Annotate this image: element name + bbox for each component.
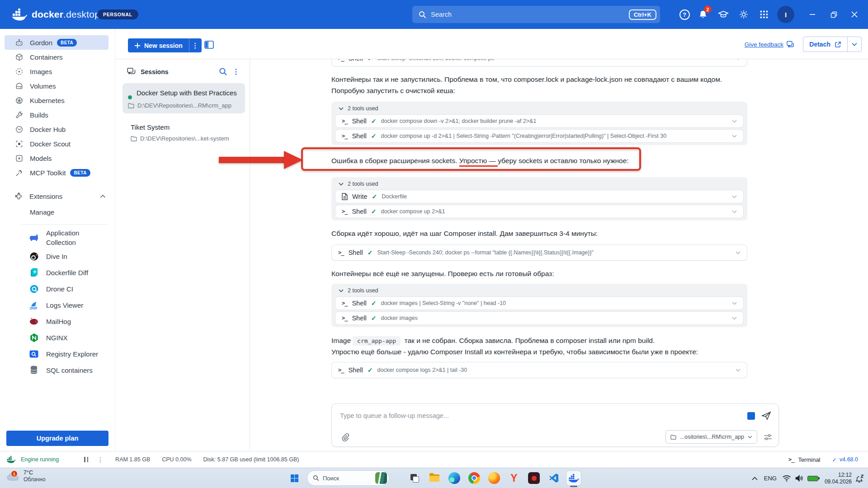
- sidebar-item-builds[interactable]: Builds: [0, 108, 115, 122]
- tool-row-shell[interactable]: >_ Shell ✓ docker compose down -v 2>&1; …: [335, 114, 744, 128]
- chrome-button[interactable]: [467, 471, 481, 485]
- tool-row-shell[interactable]: >_ Shell ✓ Start-Sleep -Seconds 240; doc…: [331, 244, 747, 261]
- taskbar-search[interactable]: Поиск: [307, 470, 389, 486]
- session-path: D:\DEV\Repositories\...RM\crm_app: [137, 102, 231, 109]
- sidebar-item-images[interactable]: Images: [0, 64, 115, 79]
- start-button[interactable]: [287, 471, 302, 485]
- new-session-button[interactable]: New session ⋮: [128, 38, 202, 52]
- version-status[interactable]: ✓ v4.68.0: [832, 456, 859, 463]
- sidebar-item-dive-in[interactable]: Dive In: [0, 248, 115, 264]
- sidebar-item-gordon[interactable]: Gordon BETA: [5, 35, 108, 50]
- sidebar-item-mcp-toolkit[interactable]: MCP Toolkit BETA: [0, 165, 115, 180]
- stop-button[interactable]: [747, 412, 755, 420]
- sidebar-item-volumes[interactable]: Volumes: [0, 79, 115, 93]
- sidebar-item-logs-viewer[interactable]: Logs Viewer: [0, 297, 115, 313]
- chevron-down-icon[interactable]: [732, 210, 737, 213]
- sessions-menu-icon[interactable]: ⋮: [232, 67, 240, 76]
- minimize-button[interactable]: [805, 0, 820, 29]
- tool-row-write[interactable]: Write ✓ Dockerfile: [335, 190, 744, 203]
- chevron-down-icon[interactable]: [736, 59, 741, 60]
- tool-row-shell[interactable]: >_ Shell ✓ docker compose up -d 2>&1 | S…: [335, 129, 744, 143]
- check-icon: ✓: [368, 59, 373, 62]
- global-search[interactable]: Search Ctrl+K: [412, 6, 660, 23]
- notification-center-button[interactable]: [855, 474, 864, 483]
- upgrade-plan-button[interactable]: Upgrade plan: [6, 431, 108, 446]
- chevron-down-icon[interactable]: [736, 251, 741, 254]
- apps-grid-button[interactable]: [756, 0, 772, 29]
- docker-desktop-taskbar-button[interactable]: [566, 471, 581, 485]
- sidebar-item-nginx[interactable]: NGINX: [0, 329, 115, 346]
- sidebar-item-registry-explorer[interactable]: Registry Explorer: [0, 346, 115, 362]
- battery-icon[interactable]: [807, 476, 818, 481]
- models-icon: [14, 154, 24, 163]
- collapse-panel-icon[interactable]: [204, 41, 214, 49]
- tool-row-shell[interactable]: >_ Shell ✓ docker compose logs 2>&1 | ta…: [331, 362, 747, 378]
- terminal-toggle[interactable]: >_ Terminal: [788, 456, 821, 463]
- chat-scroll[interactable]: >_ Shell ✓ Start-Sleep -Seconds 180; doc…: [331, 59, 747, 401]
- sidebar-item-models[interactable]: Models: [0, 151, 115, 165]
- volume-icon[interactable]: [795, 475, 804, 482]
- tray-expand-button[interactable]: [752, 477, 758, 480]
- sessions-search-icon[interactable]: [219, 67, 227, 76]
- scout-scan-icon: [14, 140, 24, 148]
- mailhog-icon: [29, 318, 39, 325]
- pause-engine-button[interactable]: [84, 457, 88, 462]
- sidebar-item-application-collection[interactable]: Application Collection: [0, 227, 115, 248]
- vscode-button[interactable]: [547, 471, 561, 485]
- send-button[interactable]: [761, 411, 771, 420]
- tool-row-shell[interactable]: >_ Shell ✓ docker compose up 2>&1: [335, 205, 744, 218]
- chevron-down-icon[interactable]: [732, 317, 737, 320]
- chevron-down-icon[interactable]: [732, 302, 737, 305]
- message-input[interactable]: [340, 412, 741, 419]
- edge-button[interactable]: [447, 471, 462, 485]
- sidebar-item-drone-ci[interactable]: Drone CI: [0, 281, 115, 297]
- sidebar-item-mailhog[interactable]: MailHog: [0, 313, 115, 329]
- help-button[interactable]: ?: [677, 0, 692, 29]
- wifi-icon[interactable]: [782, 475, 791, 482]
- chevron-down-icon[interactable]: [732, 195, 737, 198]
- sidebar-item-sql-containers[interactable]: SQL containers: [0, 362, 115, 378]
- yandex-browser-button[interactable]: Y: [507, 471, 521, 485]
- sidebar-item-kubernetes[interactable]: Kubernetes: [0, 93, 115, 108]
- sidebar-item-dockerfile-diff[interactable]: Dockerfile Diff: [0, 264, 115, 281]
- tools-used-toggle[interactable]: 2 tools used: [335, 179, 744, 188]
- language-indicator[interactable]: ENG: [764, 475, 777, 482]
- sidebar-item-docker-hub[interactable]: Docker Hub: [0, 122, 115, 136]
- composer-settings-button[interactable]: [764, 433, 772, 441]
- attach-file-button[interactable]: [341, 433, 349, 441]
- gordon-header: New session ⋮ Give feedback Detach: [115, 29, 868, 59]
- settings-button[interactable]: [736, 0, 751, 29]
- tray-clock[interactable]: 12:12 09.04.2026: [825, 472, 852, 485]
- tools-used-toggle[interactable]: 2 tools used: [335, 286, 744, 295]
- session-item-active[interactable]: Docker Setup with Best Practices D:\DEV\…: [123, 83, 245, 113]
- tool-row-shell[interactable]: >_ Shell ✓ docker images | Select-String…: [335, 296, 744, 310]
- avatar[interactable]: I: [777, 6, 794, 23]
- chevron-down-icon[interactable]: [736, 369, 741, 372]
- learning-center-button[interactable]: [716, 0, 731, 29]
- give-feedback-link[interactable]: Give feedback: [745, 41, 794, 48]
- sidebar-item-docker-scout[interactable]: Docker Scout: [0, 136, 115, 151]
- firefox-button[interactable]: [487, 471, 501, 485]
- chevron-down-icon[interactable]: [732, 120, 737, 123]
- new-session-menu-button[interactable]: ⋮: [189, 42, 202, 50]
- engine-menu-button[interactable]: ⋮: [97, 456, 104, 463]
- media-app-button[interactable]: [527, 471, 541, 485]
- sidebar-item-extensions[interactable]: Extensions: [0, 190, 115, 202]
- taskbar-weather-widget[interactable]: 1 7°C Облачно: [6, 469, 46, 483]
- task-view-button[interactable]: [407, 471, 422, 485]
- restore-button[interactable]: [826, 0, 841, 29]
- detach-button[interactable]: Detach: [803, 37, 862, 52]
- file-explorer-button[interactable]: [427, 471, 442, 485]
- tools-used-toggle[interactable]: 2 tools used: [335, 104, 744, 113]
- detach-dropdown-button[interactable]: [848, 42, 861, 46]
- tool-row-shell[interactable]: >_ Shell ✓ Start-Sleep -Seconds 180; doc…: [331, 59, 747, 66]
- tool-row-shell[interactable]: >_ Shell ✓ docker images: [335, 311, 744, 325]
- workdir-dropdown[interactable]: ...ositories\...RM\crm_app: [665, 430, 757, 444]
- session-item[interactable]: Tiket System D:\DEV\Repositories\...ket-…: [123, 122, 245, 142]
- close-button[interactable]: [847, 0, 862, 29]
- sidebar-item-manage-extensions[interactable]: Manage: [0, 205, 115, 219]
- chevron-down-icon[interactable]: [732, 135, 737, 138]
- sidebar-item-containers[interactable]: Containers: [0, 50, 115, 64]
- notifications-button[interactable]: 2: [695, 0, 711, 29]
- docker-hub-icon: [14, 125, 24, 134]
